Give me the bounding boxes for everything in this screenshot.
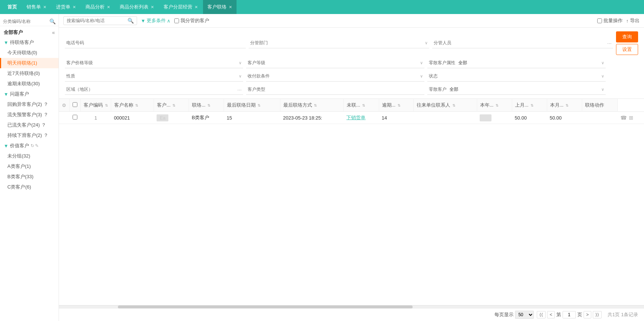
- adv-filter-row1: 电话号码 分管部门 ∨ 分管人员 ··· 查询 设置: [65, 31, 638, 55]
- collapse-icon[interactable]: «: [52, 30, 55, 35]
- per-page-select[interactable]: 50 100: [515, 311, 534, 319]
- customer-grade-arrow-icon[interactable]: ∨: [420, 61, 423, 65]
- my-customers-checkbox[interactable]: [174, 18, 179, 23]
- sort-type-icon[interactable]: ⇅: [172, 103, 175, 107]
- retail-customer-arrow-icon[interactable]: ∨: [601, 87, 604, 92]
- export-button[interactable]: ↑ 导出: [626, 17, 640, 24]
- filter-search-icon[interactable]: 🔍: [127, 18, 134, 24]
- payment-field[interactable]: 收付款条件 ∨: [246, 71, 424, 82]
- sidebar-class-b[interactable]: B类客户(33): [0, 172, 59, 182]
- retail-attr-field[interactable]: 零散客户属性 全部 ∨: [427, 58, 606, 68]
- sidebar-class-c[interactable]: C类客户(6): [0, 182, 59, 192]
- my-customers-checkbox-container[interactable]: 我分管的客户: [174, 17, 209, 24]
- all-customers-header[interactable]: 全部客户 «: [0, 28, 59, 37]
- batch-ops-checkbox[interactable]: [597, 18, 602, 23]
- nav-analysis[interactable]: 商品分析 ✕: [81, 0, 115, 14]
- close-sales-icon[interactable]: ✕: [43, 5, 46, 10]
- nav-home[interactable]: 首页: [3, 0, 21, 14]
- close-customer-tier-icon[interactable]: ✕: [195, 5, 198, 10]
- more-action-icon[interactable]: ⊞: [629, 115, 633, 121]
- manager-field[interactable]: 分管人员 ···: [432, 38, 613, 48]
- value-edit-icon[interactable]: ✎: [35, 143, 39, 148]
- sidebar-today[interactable]: 今天待联络(0): [0, 48, 59, 58]
- sidebar-churned[interactable]: 已流失客户(24) ？: [0, 120, 59, 130]
- nature-field[interactable]: 性质 ∨: [65, 71, 243, 82]
- nav-customer-tier[interactable]: 客户分层经营 ✕: [159, 0, 202, 14]
- sort-contact-icon[interactable]: ⇅: [207, 103, 210, 107]
- sort-overdue-icon[interactable]: ⇅: [398, 103, 400, 107]
- region-field[interactable]: 区域（地区） ···: [65, 84, 243, 95]
- sort-code-icon[interactable]: ⇅: [105, 103, 108, 107]
- group-pending-contact[interactable]: ▼ 待联络客户: [0, 37, 59, 48]
- group-value-customers[interactable]: ▼ 价值客户 ↻ ✎: [0, 141, 59, 151]
- select-all-checkbox[interactable]: [73, 102, 77, 107]
- status-arrow-icon[interactable]: ∨: [601, 74, 604, 79]
- close-analysis-icon[interactable]: ✕: [107, 5, 110, 10]
- payment-arrow-icon[interactable]: ∨: [420, 74, 423, 79]
- last-page-button[interactable]: ⟩⟩: [593, 311, 602, 318]
- nav-sales[interactable]: 销售单 ✕: [22, 0, 51, 14]
- sidebar-ungrouped[interactable]: 未分组(32): [0, 151, 59, 161]
- query-button[interactable]: 查询: [616, 31, 638, 42]
- prev-page-button[interactable]: <: [547, 311, 555, 318]
- region-dots-icon[interactable]: ···: [237, 87, 242, 93]
- col-checkbox: [70, 99, 81, 112]
- price-grade-arrow-icon[interactable]: ∨: [239, 61, 242, 65]
- sidebar-churn-warning[interactable]: 流失预警客户(3) ？: [0, 110, 59, 120]
- batch-ops-button[interactable]: 批量操作: [597, 17, 623, 24]
- row-code: 000021: [114, 115, 130, 121]
- next-page-button[interactable]: >: [584, 311, 591, 318]
- filter-search-input[interactable]: [67, 18, 127, 23]
- sort-this-month-icon[interactable]: ⇅: [566, 103, 568, 107]
- nature-arrow-icon[interactable]: ∨: [239, 74, 242, 79]
- settings-button[interactable]: 设置: [616, 44, 638, 55]
- sidebar-overdue[interactable]: 逾期未联络(30): [0, 79, 59, 89]
- gear-icon[interactable]: ⚙: [62, 103, 66, 108]
- retail-customer-field[interactable]: 零散客户 全部 ∨: [427, 84, 606, 95]
- row-checkbox[interactable]: [73, 115, 77, 120]
- customer-type-field[interactable]: 客户类型: [246, 84, 424, 95]
- sidebar-declining[interactable]: 持续下滑客户(2) ？: [0, 130, 59, 141]
- page-number-input[interactable]: [563, 311, 576, 318]
- content-area: 🔍 ▼ 更多条件 ∧ 我分管的客户 批量操作 ↑ 导出: [59, 14, 644, 321]
- row-last-method[interactable]: 下销货单: [346, 115, 365, 120]
- price-grade-field[interactable]: 客户价格等级 ∨: [65, 58, 243, 68]
- sort-this-year-icon[interactable]: ⇅: [496, 103, 498, 107]
- customer-grade-field[interactable]: 客户等级 ∨: [246, 58, 424, 68]
- phone-field[interactable]: 电话号码: [65, 38, 246, 48]
- nav-purchase[interactable]: 进货单 ✕: [52, 0, 80, 14]
- sidebar-class-a[interactable]: A类客户(1): [0, 161, 59, 172]
- row-type: B类客户: [192, 115, 209, 120]
- sidebar-week7[interactable]: 近7天待联络(0): [0, 68, 59, 79]
- sort-last-date-icon[interactable]: ⇅: [258, 103, 260, 107]
- sidebar-repurchase-abnormal[interactable]: 回购异常客户(2) ？: [0, 99, 59, 110]
- nav-analysis-list[interactable]: 商品分析列表 ✕: [115, 0, 158, 14]
- sidebar-search-icon[interactable]: 🔍: [49, 18, 56, 24]
- status-field[interactable]: 状态 ∨: [427, 71, 606, 82]
- group-problem-customers[interactable]: ▼ 问题客户: [0, 89, 59, 99]
- sort-name-icon[interactable]: ⇅: [135, 103, 138, 107]
- sidebar-search-input[interactable]: [3, 19, 49, 24]
- sidebar-tomorrow[interactable]: 明天待联络(1): [0, 58, 59, 68]
- scrollbar-thumb[interactable]: [118, 306, 413, 308]
- sort-contact-person-icon[interactable]: ⇅: [452, 103, 455, 107]
- manager-dots-icon[interactable]: ···: [607, 40, 612, 46]
- col-last-date: 最后联络日期 ⇅: [224, 99, 280, 112]
- dept-field[interactable]: 分管部门 ∨: [249, 38, 430, 48]
- first-page-button[interactable]: ⟨⟨: [537, 311, 546, 318]
- sort-last-month-icon[interactable]: ⇅: [531, 103, 533, 107]
- dept-arrow-icon[interactable]: ∨: [425, 41, 428, 45]
- sort-last-method-icon[interactable]: ⇅: [314, 103, 317, 107]
- col-overdue-label: 逾期...: [382, 102, 396, 108]
- retail-attr-arrow-icon[interactable]: ∨: [601, 61, 604, 65]
- close-customer-contact-icon[interactable]: ✕: [229, 5, 232, 10]
- nav-customer-contact[interactable]: 客户联络 ✕: [203, 0, 237, 14]
- close-analysis-list-icon[interactable]: ✕: [151, 5, 154, 10]
- contact-action-icon[interactable]: ☎: [620, 115, 627, 121]
- close-purchase-icon[interactable]: ✕: [73, 5, 76, 10]
- value-refresh-icon[interactable]: ↻: [31, 143, 34, 148]
- sort-uncontacted-icon[interactable]: ⇅: [362, 103, 365, 107]
- scrollbar[interactable]: [59, 305, 644, 308]
- more-conditions-button[interactable]: ▼ 更多条件 ∧: [141, 17, 171, 24]
- total-records-label: 共1页 1条记录: [608, 311, 638, 318]
